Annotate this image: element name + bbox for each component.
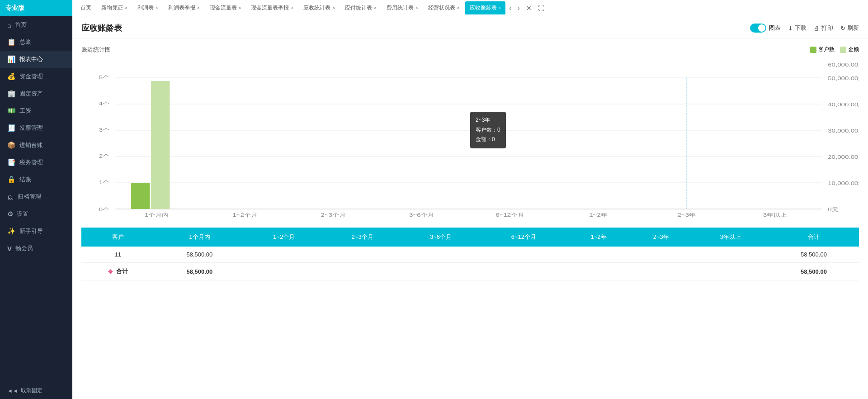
sidebar-item-invoice[interactable]: 🧾 发票管理 bbox=[0, 119, 72, 137]
total-month2-3 bbox=[323, 263, 401, 280]
tab-cashflow-quarterly-label: 现金流量表季报 bbox=[251, 4, 289, 12]
cell-customer: 11 bbox=[81, 247, 154, 263]
table-header-row: 客户 1个月内 1~2个月 2~3个月 3~6个月 6~12个月 1~2年 2~… bbox=[81, 228, 859, 247]
tab-nav-right[interactable]: › bbox=[515, 3, 523, 14]
total-year1-2 bbox=[567, 263, 630, 280]
tab-payable-stat-close[interactable]: × bbox=[374, 5, 377, 10]
tab-business-stat[interactable]: 经营状况表 × bbox=[424, 1, 464, 14]
tab-business-stat-label: 经营状况表 bbox=[428, 4, 455, 12]
sidebar-item-label: 首页 bbox=[15, 21, 27, 29]
print-button[interactable]: 🖨 打印 bbox=[814, 24, 833, 32]
bar-customer-1month bbox=[131, 183, 150, 209]
tab-close-all[interactable]: ✕ bbox=[524, 3, 534, 14]
svg-text:1~2个月: 1~2个月 bbox=[232, 212, 257, 218]
reports-icon: 📊 bbox=[7, 55, 16, 63]
cell-total: 58,500.00 bbox=[769, 247, 859, 263]
tab-receivable-stat[interactable]: 应收统计表 × bbox=[299, 1, 340, 14]
page-header: 应收账龄表 图表 ⬇ 下载 🖨 打印 ↻ 刷新 bbox=[72, 16, 868, 38]
stock-icon: 📦 bbox=[7, 141, 16, 149]
sidebar-item-close[interactable]: 🔒 结账 bbox=[0, 171, 72, 188]
cell-month2-3 bbox=[323, 247, 401, 263]
sidebar-item-home[interactable]: ⌂ 首页 bbox=[0, 16, 72, 33]
tab-profit[interactable]: 利润表 × bbox=[133, 1, 163, 14]
sidebar-item-label: 税务管理 bbox=[19, 158, 43, 166]
sidebar-item-ledger[interactable]: 📋 总账 bbox=[0, 33, 72, 51]
tab-profit-close[interactable]: × bbox=[156, 5, 158, 10]
tab-profit-quarterly[interactable]: 利润表季报 × bbox=[164, 1, 204, 14]
legend-amount-color bbox=[840, 47, 846, 53]
tab-profit-quarterly-close[interactable]: × bbox=[197, 5, 200, 10]
col-year2-3: 2~3年 bbox=[630, 228, 692, 247]
cell-month3-6 bbox=[401, 247, 480, 263]
total-month6-12 bbox=[480, 263, 567, 280]
tab-cashflow-quarterly[interactable]: 现金流量表季报 × bbox=[246, 1, 298, 14]
svg-text:50,000.00元: 50,000.00元 bbox=[828, 76, 859, 81]
svg-text:5个: 5个 bbox=[99, 75, 109, 80]
tab-voucher-close[interactable]: × bbox=[125, 5, 127, 10]
tab-payable-stat-label: 应付统计表 bbox=[345, 4, 372, 12]
col-year3plus: 3年以上 bbox=[692, 228, 769, 247]
tab-business-stat-close[interactable]: × bbox=[457, 5, 460, 10]
sidebar-item-fund[interactable]: 💰 资金管理 bbox=[0, 68, 72, 85]
legend-amount: 金额 bbox=[840, 46, 859, 53]
col-month3-6: 3~6个月 bbox=[401, 228, 480, 247]
member-icon: V bbox=[7, 245, 12, 252]
chart-toggle-label: 图表 bbox=[769, 24, 781, 32]
bar-amount-1month bbox=[151, 81, 170, 209]
sidebar-item-guide[interactable]: ✨ 新手引导 bbox=[0, 223, 72, 240]
tax-icon: 📑 bbox=[7, 158, 16, 166]
tab-expense-stat[interactable]: 费用统计表 × bbox=[382, 1, 423, 14]
legend-amount-label: 金额 bbox=[848, 46, 859, 53]
home-icon: ⌂ bbox=[7, 21, 11, 29]
download-label: 下载 bbox=[795, 24, 807, 32]
sidebar-logo: 专业版 bbox=[0, 0, 72, 16]
svg-text:3~6个月: 3~6个月 bbox=[409, 212, 434, 218]
tab-cashflow-close[interactable]: × bbox=[239, 5, 241, 10]
svg-text:2~3个月: 2~3个月 bbox=[321, 212, 346, 218]
print-label: 打印 bbox=[821, 24, 833, 32]
col-customer: 客户 bbox=[81, 228, 154, 247]
sidebar-item-archive[interactable]: 🗂 归档管理 bbox=[0, 188, 72, 205]
chart-svg: 0个 1个 2个 3个 4个 5个 0元 10,000.00元 20,000.0… bbox=[81, 57, 859, 220]
svg-text:1个月内: 1个月内 bbox=[145, 212, 169, 218]
sidebar-item-tax[interactable]: 📑 税务管理 bbox=[0, 154, 72, 171]
tab-expense-stat-label: 费用统计表 bbox=[387, 4, 414, 12]
svg-text:1个: 1个 bbox=[99, 180, 109, 185]
tab-fullscreen[interactable]: ⛶ bbox=[535, 3, 547, 14]
tab-payable-stat[interactable]: 应付统计表 × bbox=[340, 1, 381, 14]
ledger-icon: 📋 bbox=[7, 38, 16, 46]
tab-cashflow[interactable]: 现金流量表 × bbox=[205, 1, 246, 14]
tab-expense-stat-close[interactable]: × bbox=[415, 5, 418, 10]
sidebar-item-label: 结账 bbox=[19, 176, 31, 184]
sidebar-item-reports[interactable]: 📊 报表中心 bbox=[0, 51, 72, 68]
chart-toggle[interactable] bbox=[750, 24, 766, 33]
cell-year3plus bbox=[692, 247, 769, 263]
tab-aging-table[interactable]: 应收账龄表 × bbox=[465, 1, 506, 14]
sidebar-item-salary[interactable]: 💵 工资 bbox=[0, 102, 72, 119]
tab-profit-label: 利润表 bbox=[137, 4, 154, 12]
tab-receivable-stat-close[interactable]: × bbox=[332, 5, 335, 10]
total-label: ◈ 合计 bbox=[81, 263, 154, 280]
sidebar-item-label: 总账 bbox=[19, 38, 31, 46]
sidebar-item-stock[interactable]: 📦 进销台账 bbox=[0, 137, 72, 154]
tab-home[interactable]: 首页 bbox=[76, 1, 96, 14]
total-month1: 58,500.00 bbox=[154, 263, 245, 280]
sidebar-item-label: 新手引导 bbox=[19, 227, 43, 235]
tab-voucher[interactable]: 新增凭证 × bbox=[97, 1, 132, 14]
refresh-button[interactable]: ↻ 刷新 bbox=[840, 24, 859, 32]
tab-aging-table-close[interactable]: × bbox=[499, 5, 501, 10]
table-area: 客户 1个月内 1~2个月 2~3个月 3~6个月 6~12个月 1~2年 2~… bbox=[81, 228, 859, 390]
total-year3plus bbox=[692, 263, 769, 280]
chart-container: 0个 1个 2个 3个 4个 5个 0元 10,000.00元 20,000.0… bbox=[81, 57, 859, 220]
cell-month1: 58,500.00 bbox=[154, 247, 245, 263]
sidebar-item-assets[interactable]: 🏢 固定资产 bbox=[0, 85, 72, 102]
sidebar-item-label: 进销台账 bbox=[19, 141, 43, 149]
col-month2-3: 2~3个月 bbox=[323, 228, 401, 247]
cell-year2-3 bbox=[630, 247, 692, 263]
sidebar-item-member[interactable]: V 畅会员 bbox=[0, 240, 72, 257]
tab-nav-left[interactable]: ‹ bbox=[506, 3, 514, 14]
sidebar-item-settings[interactable]: ⚙ 设置 bbox=[0, 205, 72, 223]
tab-cashflow-quarterly-close[interactable]: × bbox=[291, 5, 293, 10]
download-button[interactable]: ⬇ 下载 bbox=[788, 24, 807, 32]
sidebar-pin-toggle[interactable]: ◄◄ 取消固定 bbox=[0, 382, 72, 399]
